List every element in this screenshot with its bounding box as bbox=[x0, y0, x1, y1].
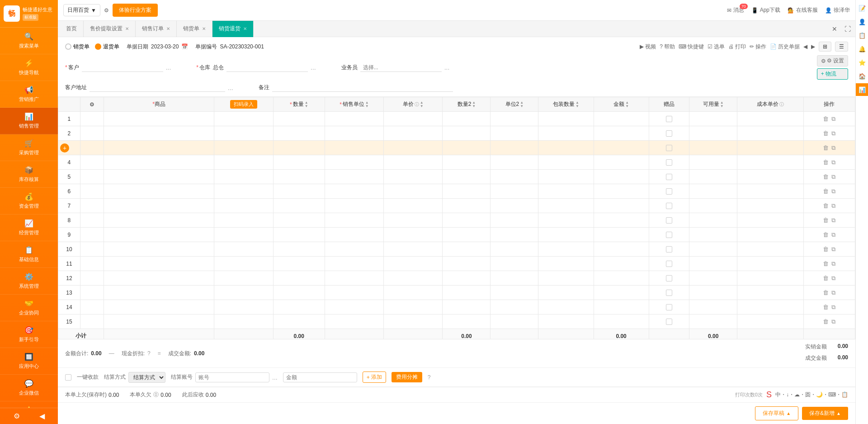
gift-checkbox[interactable] bbox=[666, 203, 672, 209]
copy-row-icon[interactable]: ⧉ bbox=[831, 260, 835, 267]
right-tool-6[interactable]: 🏠 bbox=[856, 70, 868, 82]
qty2-sort[interactable]: ▲▼ bbox=[472, 101, 476, 108]
add-row-button[interactable]: + bbox=[60, 143, 69, 152]
tab-close-icon[interactable]: ✕ bbox=[166, 26, 170, 31]
delete-row-icon[interactable]: 🗑 bbox=[823, 231, 829, 238]
pkg-sort[interactable]: ▲▼ bbox=[576, 101, 579, 108]
gift-checkbox[interactable] bbox=[666, 188, 672, 195]
sidebar-item-sales[interactable]: 📊 销售管理 bbox=[0, 108, 58, 134]
unit-sort[interactable]: ▲▼ bbox=[365, 101, 369, 108]
unit2-sort[interactable]: ▲▼ bbox=[520, 101, 524, 108]
sidebar-item-basic[interactable]: 📋 基础信息 bbox=[0, 241, 58, 268]
next-record-icon[interactable]: ▶ bbox=[811, 43, 815, 50]
address-dots[interactable]: ... bbox=[228, 84, 233, 91]
close-tab-icon[interactable]: ✕ bbox=[829, 24, 840, 33]
delete-row-icon[interactable]: 🗑 bbox=[823, 318, 829, 325]
copy-row-icon[interactable]: ⧉ bbox=[831, 202, 835, 210]
day-select[interactable]: 日用百货 ▼ bbox=[63, 4, 100, 16]
warehouse-input[interactable] bbox=[226, 63, 308, 72]
sidebar-item-wechat[interactable]: 💬 企业微信 bbox=[0, 375, 58, 401]
sidebar-item-operation[interactable]: 📈 经营管理 bbox=[0, 214, 58, 241]
tab-sales-delivery[interactable]: 销货单 ✕ bbox=[177, 21, 212, 37]
right-tool-5[interactable]: ⭐ bbox=[856, 56, 868, 69]
list-view-btn[interactable]: ☰ bbox=[835, 42, 848, 52]
customer-input[interactable] bbox=[82, 63, 163, 72]
maximize-icon[interactable]: ⛶ bbox=[842, 24, 854, 33]
split-button[interactable]: 费用分摊 bbox=[392, 372, 422, 382]
save-draft-button[interactable]: 保存草稿 ▲ bbox=[755, 406, 798, 420]
copy-row-icon[interactable]: ⧉ bbox=[831, 231, 835, 238]
avail-sort[interactable]: ▲▼ bbox=[720, 101, 724, 108]
tab-home[interactable]: 首页 bbox=[60, 21, 84, 37]
user-menu[interactable]: 👤 徐泽华 bbox=[825, 6, 850, 14]
gift-checkbox[interactable] bbox=[666, 319, 672, 325]
copy-row-icon[interactable]: ⧉ bbox=[831, 130, 835, 137]
sidebar-item-inventory[interactable]: 📦 库存核算 bbox=[0, 161, 58, 188]
copy-row-icon[interactable]: ⧉ bbox=[831, 304, 835, 311]
gift-checkbox[interactable] bbox=[666, 145, 672, 151]
row-product[interactable] bbox=[104, 126, 214, 141]
salesperson-input[interactable] bbox=[360, 63, 442, 72]
delete-row-icon[interactable]: 🗑 bbox=[823, 173, 829, 181]
tab-close-icon[interactable]: ✕ bbox=[125, 26, 129, 31]
sidebar-item-purchase[interactable]: 🛒 采购管理 bbox=[0, 134, 58, 161]
right-tool-7[interactable]: 📊 bbox=[856, 83, 868, 96]
price-sort[interactable]: ▲▼ bbox=[420, 101, 424, 108]
delete-row-icon[interactable]: 🗑 bbox=[823, 159, 829, 166]
settings-button[interactable]: ⚙ ⚙ 设置 bbox=[817, 55, 848, 67]
gift-checkbox[interactable] bbox=[666, 116, 672, 122]
online-service-button[interactable]: 💁 在线客服 bbox=[788, 6, 818, 14]
delete-row-icon[interactable]: 🗑 bbox=[823, 246, 829, 253]
delete-row-icon[interactable]: 🗑 bbox=[823, 144, 829, 152]
right-tool-2[interactable]: 👤 bbox=[856, 15, 868, 28]
tab-close-icon[interactable]: ✕ bbox=[243, 26, 247, 31]
app-download-button[interactable]: 📱 App下载 bbox=[751, 6, 780, 14]
operate-btn[interactable]: ✏ 操作 bbox=[750, 43, 766, 51]
select-btn[interactable]: ☑ 选单 bbox=[708, 43, 725, 51]
video-help-btn[interactable]: ▶ 视频 bbox=[640, 43, 656, 51]
prev-record-icon[interactable]: ◀ bbox=[803, 43, 807, 50]
delete-row-icon[interactable]: 🗑 bbox=[823, 217, 829, 224]
copy-row-icon[interactable]: ⧉ bbox=[831, 159, 835, 166]
cost-info-icon[interactable]: ⓘ bbox=[779, 101, 784, 108]
gift-checkbox[interactable] bbox=[666, 290, 672, 296]
sidebar-settings-icon[interactable]: ⚙ bbox=[14, 412, 20, 420]
writeoff-input[interactable] bbox=[195, 372, 269, 382]
add-logistics-button[interactable]: + 物流 bbox=[817, 68, 848, 80]
sidebar-item-enterprise[interactable]: 🤝 企业协同 bbox=[0, 295, 58, 321]
tab-price-setting[interactable]: 售价提取设置 ✕ bbox=[84, 21, 136, 37]
sidebar-item-system[interactable]: ⚙️ 系统管理 bbox=[0, 268, 58, 295]
sidebar-item-finance[interactable]: 💰 资金管理 bbox=[0, 188, 58, 214]
gift-checkbox[interactable] bbox=[666, 217, 672, 224]
delete-row-icon[interactable]: 🗑 bbox=[823, 275, 829, 282]
save-new-button[interactable]: 保存&新增 ▲ bbox=[802, 407, 848, 420]
row-product-input[interactable] bbox=[104, 141, 214, 155]
help-btn[interactable]: ? 帮助 bbox=[660, 43, 675, 51]
add-payment-button[interactable]: + 添加 bbox=[363, 372, 386, 383]
gift-checkbox[interactable] bbox=[666, 275, 672, 281]
calc-method-select[interactable]: 结算方式 bbox=[128, 372, 165, 383]
radio-shipment[interactable]: 销货单 bbox=[65, 43, 90, 51]
copy-row-icon[interactable]: ⧉ bbox=[831, 173, 835, 181]
gift-checkbox[interactable] bbox=[666, 246, 672, 252]
delete-row-icon[interactable]: 🗑 bbox=[823, 115, 829, 123]
grid-view-btn[interactable]: ⊞ bbox=[819, 42, 831, 52]
tab-sales-order[interactable]: 销售订单 ✕ bbox=[136, 21, 177, 37]
sidebar-item-quicknav[interactable]: ⚡ 快捷导航 bbox=[0, 54, 58, 81]
shortcut-btn[interactable]: ⌨ 快捷键 bbox=[679, 43, 704, 51]
qty-sort[interactable]: ▲▼ bbox=[305, 101, 308, 108]
right-tool-4[interactable]: 🔔 bbox=[856, 43, 868, 55]
amount-sort[interactable]: ▲▼ bbox=[625, 101, 629, 108]
copy-row-icon[interactable]: ⧉ bbox=[831, 246, 835, 253]
sidebar-collapse-icon[interactable]: ◀ bbox=[39, 412, 45, 420]
copy-row-icon[interactable]: ⧉ bbox=[831, 217, 835, 224]
gift-checkbox[interactable] bbox=[666, 130, 672, 137]
radio-return[interactable]: 退货单 bbox=[95, 43, 119, 51]
right-tool-1[interactable]: 📝 bbox=[856, 2, 868, 14]
right-tool-3[interactable]: 📋 bbox=[856, 29, 868, 42]
split-help-icon[interactable]: ? bbox=[428, 374, 431, 381]
gift-checkbox[interactable] bbox=[666, 232, 672, 238]
copy-row-icon[interactable]: ⧉ bbox=[831, 318, 835, 325]
delete-row-icon[interactable]: 🗑 bbox=[823, 202, 829, 210]
delete-row-icon[interactable]: 🗑 bbox=[823, 188, 829, 195]
